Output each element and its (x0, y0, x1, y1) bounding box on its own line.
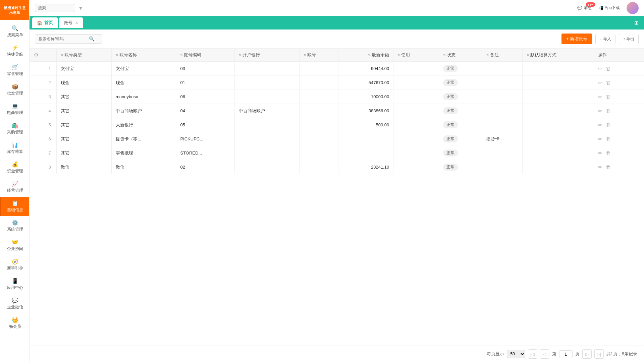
column-settings-icon[interactable]: ⚙ (34, 52, 38, 58)
tab-account-label: 账号 (64, 20, 72, 26)
row-account-cell (299, 160, 338, 174)
row-usage-cell (393, 146, 439, 160)
edit-button[interactable]: ✏ (598, 164, 602, 170)
basic-info-icon: 📋 (12, 200, 18, 206)
edit-button[interactable]: ✏ (598, 80, 602, 86)
col-name[interactable]: ⇅账号名称 (111, 49, 176, 62)
msg-icon: 💬 (577, 6, 582, 10)
edit-button[interactable]: ✏ (598, 122, 602, 128)
delete-button[interactable]: 🗑 (606, 66, 611, 72)
sidebar-item-ecommerce-mgmt[interactable]: 💻 电商管理 (0, 100, 29, 119)
col-code[interactable]: ⇅账号编码 (176, 49, 235, 62)
row-name-cell: 现金 (111, 76, 176, 90)
new-guide-icon: 🧭 (12, 258, 18, 265)
sidebar-item-enterprise-wechat[interactable]: 💬 企业微信 (0, 294, 29, 313)
page-size-select[interactable]: 50 20 100 (507, 350, 525, 358)
row-bank-cell (235, 160, 299, 174)
delete-button[interactable]: 🗑 (606, 80, 611, 86)
row-default-payment-cell (522, 132, 594, 146)
edit-button[interactable]: ✏ (598, 150, 602, 156)
row-status-cell: 正常 (439, 62, 482, 76)
sidebar: 畅捷通时生意 乐意版 🔍 搜索菜单 ⚡ 快捷导航 🛒 零售管理 📦 批发管理 💻… (0, 0, 30, 362)
edit-button[interactable]: ✏ (598, 94, 602, 100)
edit-button[interactable]: ✏ (598, 136, 602, 142)
row-status-cell: 正常 (439, 104, 482, 118)
sidebar-item-inventory-check[interactable]: 📊 库存核算 (0, 138, 29, 158)
col-account[interactable]: ⇅账号 (299, 49, 338, 62)
sidebar-item-vip-member[interactable]: 👑 畅会员 (0, 313, 29, 333)
accounts-table: ⚙ ⇅账号类型 ⇅账号名称 ⇅账号编码 ⇅开户银行 ⇅账号 ⇅最新余额 ⇅使用.… (30, 49, 644, 174)
table-row: 6 其它 提货卡（零... PICKUPC... 正常 提货卡 ✏ 🗑 (30, 132, 644, 146)
sidebar-item-search-menu[interactable]: 🔍 搜索菜单 (0, 22, 29, 41)
last-page-btn[interactable]: ▷| (594, 349, 604, 359)
sidebar-item-system-mgmt[interactable]: ⚙️ 系统管理 (0, 216, 29, 236)
row-action-cell: ✏ 🗑 (594, 132, 644, 146)
sidebar-item-wholesale-mgmt[interactable]: 📦 批发管理 (0, 80, 29, 100)
col-status[interactable]: ⇅状态 (439, 49, 482, 62)
prev-page-btn[interactable]: ◁ (540, 349, 549, 359)
tab-account[interactable]: 账号 ✕ (59, 17, 83, 28)
row-name-cell: moneybosx (111, 90, 176, 104)
user-avatar[interactable] (627, 2, 639, 14)
row-balance-cell: 383866.00 (338, 104, 393, 118)
row-account-cell (299, 118, 338, 132)
row-status-cell: 正常 (439, 146, 482, 160)
next-page-btn[interactable]: ▷ (582, 349, 592, 359)
sidebar-item-label: 企业协同 (7, 246, 23, 252)
sidebar-item-quick-nav[interactable]: ⚡ 快捷导航 (0, 41, 29, 61)
topbar-search-box[interactable] (35, 4, 75, 12)
col-type[interactable]: ⇅账号类型 (56, 49, 111, 62)
delete-button[interactable]: 🗑 (606, 136, 611, 142)
sidebar-item-new-guide[interactable]: 🧭 新手引导 (0, 255, 29, 275)
topbar-dropdown-icon[interactable]: ▾ (79, 4, 82, 12)
row-account-cell (299, 104, 338, 118)
delete-button[interactable]: 🗑 (606, 108, 611, 114)
col-balance[interactable]: ⇅最新余额 (338, 49, 393, 62)
edit-button[interactable]: ✏ (598, 108, 602, 114)
search-icon[interactable]: 🔍 (89, 36, 95, 42)
edit-button[interactable]: ✏ (598, 66, 602, 72)
col-num (43, 49, 56, 62)
import-button[interactable]: ↓ 导入 (595, 34, 615, 44)
topbar-msg-btn[interactable]: 💬 消息 99+ (577, 5, 592, 11)
sidebar-item-capital-mgmt[interactable]: 💰 资金管理 (0, 158, 29, 177)
tab-home[interactable]: 🏠 首页 (32, 17, 58, 28)
row-default-payment-cell (522, 76, 594, 90)
sidebar-item-operations-mgmt[interactable]: 📈 经营管理 (0, 177, 29, 197)
first-page-btn[interactable]: |◁ (528, 349, 537, 359)
topbar-search-input[interactable] (38, 6, 65, 10)
add-account-button[interactable]: + 新增账号 (561, 34, 592, 44)
tab-account-close-icon[interactable]: ✕ (75, 21, 78, 25)
col-remark[interactable]: ⇅备注 (482, 49, 523, 62)
row-type-cell: 现金 (56, 76, 111, 90)
page-input[interactable] (559, 350, 573, 358)
row-account-cell (299, 90, 338, 104)
sidebar-item-app-center[interactable]: 📱 应用中心 (0, 275, 29, 294)
row-balance-cell: 547670.00 (338, 76, 393, 90)
row-bank-cell (235, 146, 299, 160)
col-usage[interactable]: ⇅使用... (393, 49, 439, 62)
row-status-cell: 正常 (439, 76, 482, 90)
row-code-cell: 01 (176, 76, 235, 90)
tabs-expand-icon[interactable]: ⊞ (632, 20, 641, 26)
delete-button[interactable]: 🗑 (606, 164, 611, 170)
delete-button[interactable]: 🗑 (606, 122, 611, 128)
search-box[interactable]: 🔍 (35, 34, 102, 44)
row-default-payment-cell (522, 104, 594, 118)
sidebar-item-retail-mgmt[interactable]: 🛒 零售管理 (0, 61, 29, 80)
topbar-app-btn[interactable]: 📲 App下载 (598, 5, 620, 11)
col-bank[interactable]: ⇅开户银行 (235, 49, 299, 62)
row-bank-cell: 中百商场账户 (235, 104, 299, 118)
export-button[interactable]: ↑ 导出 (619, 34, 639, 44)
row-name-cell: 支付宝 (111, 62, 176, 76)
search-input[interactable] (39, 37, 89, 41)
sidebar-item-purchase-mgmt[interactable]: 🛍️ 采购管理 (0, 119, 29, 138)
sidebar-item-basic-info[interactable]: 📋 基础信息 (0, 197, 29, 216)
col-settings[interactable]: ⚙ (30, 49, 43, 62)
delete-button[interactable]: 🗑 (606, 150, 611, 156)
sidebar-item-label: 快捷导航 (7, 52, 23, 57)
delete-button[interactable]: 🗑 (606, 94, 611, 100)
sidebar-item-enterprise-agreement[interactable]: 🤝 企业协同 (0, 236, 29, 255)
sidebar-item-label: 电商管理 (7, 110, 23, 116)
col-default-payment[interactable]: ⇅默认结算方式 (522, 49, 594, 62)
